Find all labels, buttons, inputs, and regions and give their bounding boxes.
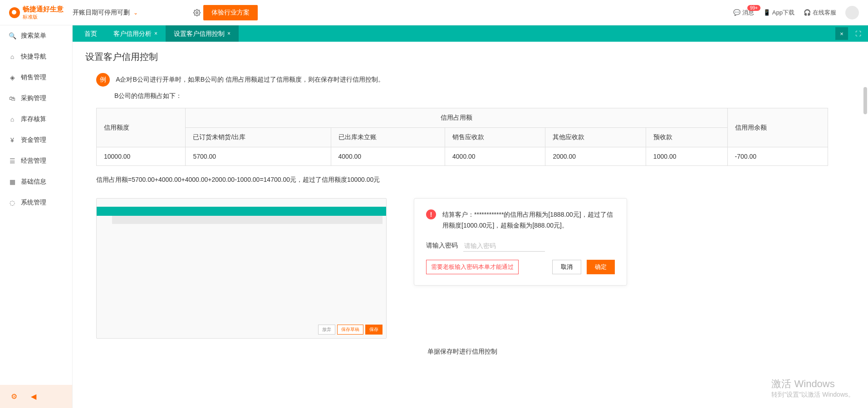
page: 设置客户信用控制 例 A企对B公司进行开单时，如果B公司的 信用占用额超过了信用… (73, 42, 868, 408)
avatar[interactable] (845, 6, 859, 19)
sidebar-item-operation[interactable]: ☰经营管理 (0, 151, 72, 171)
sidebar-footer: ⚙ ◀ (0, 385, 72, 408)
sidebar: 🔍搜索菜单 ⌂快捷导航 ◈销售管理 🛍采购管理 ⌂库存核算 ¥资金管理 ☰经营管… (0, 25, 73, 408)
credit-table: 信用额度 信用占用额 信用用余额 已订货未销货/出库 已出库未立账 销售应收款 … (96, 108, 828, 166)
scrollbar[interactable] (863, 87, 867, 114)
header: 畅捷通好生意 标准版 开账日期可停用可删 ⌄ 体验行业方案 💬 消息 99+ 📱… (0, 0, 868, 25)
sidebar-item-system[interactable]: ◌系统管理 (0, 192, 72, 213)
svg-point-0 (196, 12, 198, 14)
message-icon: 💬 (733, 9, 740, 16)
product-name: 畅捷通好生意 (23, 5, 64, 14)
logo-icon (9, 7, 20, 18)
th-col3: 其他应收款 (545, 128, 646, 147)
logo: 畅捷通好生意 标准版 (9, 5, 73, 20)
screenshot-preview: 放弃 保存草稿 保存 (96, 198, 387, 339)
tab-credit-analysis[interactable]: 客户信用分析× (105, 25, 166, 42)
settings-button[interactable] (191, 6, 203, 19)
cancel-button[interactable]: 取消 (552, 260, 581, 274)
tabbar: 首页 客户信用分析× 设置客户信用控制× × ⛶ (73, 25, 868, 42)
th-col2: 销售应收款 (445, 128, 545, 147)
close-icon[interactable]: × (154, 25, 157, 42)
intro-sub: B公司的信用额占如下： (114, 90, 828, 102)
fig-save-button: 保存 (365, 325, 383, 335)
sidebar-item-basic[interactable]: ▦基础信息 (0, 171, 72, 192)
tab-credit-control[interactable]: 设置客户信用控制× (166, 25, 239, 42)
alert-icon: ! (426, 209, 436, 219)
header-right: 💬 消息 99+ 📱 App下载 🎧 在线客服 (733, 6, 859, 19)
gear-icon: ◌ (8, 199, 16, 207)
fullscreen-button[interactable]: ⛶ (852, 27, 864, 40)
messages-badge: 99+ (747, 5, 760, 11)
th-used: 信用占用额 (186, 108, 727, 128)
fig-undo-button: 放弃 (318, 325, 335, 335)
headset-icon: 🎧 (804, 9, 811, 16)
sidebar-item-search[interactable]: 🔍搜索菜单 (0, 25, 72, 46)
page-title: 设置客户信用控制 (85, 51, 855, 63)
credit-dialog: ! 结算客户：************的信用占用额为[1888.00元]，超过了… (414, 198, 627, 286)
money-icon: ¥ (8, 136, 16, 144)
sidebar-item-sales[interactable]: ◈销售管理 (0, 67, 72, 88)
figure-row: 放弃 保存草稿 保存 ! 结算客户：************的信用占用额为[18… (96, 198, 828, 339)
intro-line: 例 A企对B公司进行开单时，如果B公司的 信用占用额超过了信用额度，则在保存时进… (96, 73, 828, 87)
windows-watermark: 激活 Windows 转到"设置"以激活 Windows。 (771, 377, 854, 399)
experience-button[interactable]: 体验行业方案 (203, 5, 258, 20)
sidebar-item-inventory[interactable]: ⌂库存核算 (0, 109, 72, 130)
close-icon[interactable]: × (227, 25, 230, 42)
alert-text: 结算客户：************的信用占用额为[1888.00元]，超过了信用… (442, 209, 615, 231)
sidebar-item-quicknav[interactable]: ⌂快捷导航 (0, 46, 72, 67)
home-icon: ⌂ (8, 53, 16, 61)
messages-link[interactable]: 💬 消息 99+ (733, 9, 754, 17)
chevron-down-icon: ⌄ (133, 10, 138, 16)
gear-icon (193, 9, 201, 16)
password-callout: 需要老板输入密码本单才能通过 (426, 260, 519, 274)
search-icon: 🔍 (8, 32, 16, 40)
tab-home[interactable]: 首页 (76, 25, 105, 42)
password-label: 请输入密码 (426, 242, 458, 250)
cart-icon: 🛍 (8, 94, 16, 102)
support-link[interactable]: 🎧 在线客服 (804, 9, 836, 17)
warehouse-icon: ⌂ (8, 115, 16, 123)
th-col1: 已出库未立账 (331, 128, 445, 147)
app-download-link[interactable]: 📱 App下载 (763, 9, 794, 17)
sidebar-item-finance[interactable]: ¥资金管理 (0, 130, 72, 151)
ok-button[interactable]: 确定 (587, 260, 615, 274)
close-all-tabs-button[interactable]: × (835, 27, 848, 40)
example-badge: 例 (96, 73, 110, 87)
fig-draft-button: 保存草稿 (337, 325, 363, 335)
th-balance: 信用用余额 (727, 108, 828, 147)
calc-line: 信用占用额=5700.00+4000.00+4000.00+2000.00-10… (96, 174, 828, 185)
sidebar-item-purchase[interactable]: 🛍采购管理 (0, 88, 72, 109)
th-limit: 信用额度 (97, 108, 186, 147)
table-row: 10000.00 5700.00 4000.00 4000.00 2000.00… (97, 147, 828, 166)
account-period-selector[interactable]: 开账日期可停用可删 ⌄ (73, 9, 191, 17)
phone-icon: 📱 (763, 9, 770, 16)
edition-label: 标准版 (23, 14, 64, 20)
info-icon: ▦ (8, 178, 16, 186)
main: 首页 客户信用分析× 设置客户信用控制× × ⛶ 设置客户信用控制 例 A企对B… (73, 25, 868, 408)
footer-collapse-icon[interactable]: ◀ (31, 392, 36, 401)
tag-icon: ◈ (8, 73, 16, 82)
footer-gear-icon[interactable]: ⚙ (11, 392, 17, 401)
selector-label: 开账日期可停用可删 (73, 9, 130, 17)
th-col4: 预收款 (646, 128, 727, 147)
report-icon: ☰ (8, 157, 16, 165)
figure-caption: 单据保存时进行信用控制 (96, 348, 828, 356)
password-input[interactable] (463, 240, 545, 252)
th-col0: 已订货未销货/出库 (186, 128, 331, 147)
